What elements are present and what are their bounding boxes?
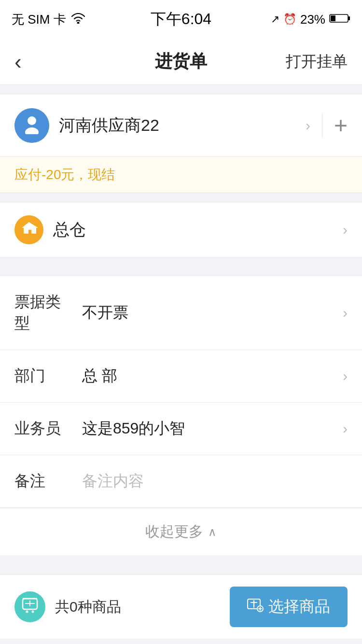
supplier-section: 河南供应商22 › + 应付-20元，现结 (0, 95, 362, 193)
house-icon (20, 220, 38, 239)
invoice-type-value: 不开票 (72, 302, 338, 323)
collapse-arrow-icon: ∧ (208, 525, 217, 539)
warehouse-section: 总仓 › (0, 203, 362, 257)
battery-text: 23% (300, 12, 325, 27)
svg-point-8 (32, 611, 34, 613)
warehouse-icon-bg (14, 215, 43, 244)
collapse-label: 收起更多 (145, 522, 203, 542)
salesperson-value: 这是859的小智 (72, 418, 338, 439)
svg-rect-1 (348, 16, 350, 20)
salesperson-chevron-icon: › (343, 420, 348, 437)
collapse-row[interactable]: 收起更多 ∧ (0, 508, 362, 555)
remark-row[interactable]: 备注 备注内容 (0, 455, 362, 508)
department-chevron-icon: › (343, 368, 348, 384)
select-product-icon (247, 598, 264, 616)
nav-title: 进货单 (155, 50, 207, 73)
product-count-label: 共0种商品 (55, 597, 230, 617)
bottom-bar: 共0种商品 选择商品 (0, 574, 362, 639)
form-section: 票据类型 不开票 › 部门 总 部 › 业务员 这是859的小智 › 备注 备注… (0, 276, 362, 555)
department-row[interactable]: 部门 总 部 › (0, 350, 362, 403)
supplier-name: 河南供应商22 (59, 114, 301, 137)
supplier-avatar (14, 108, 49, 143)
svg-point-4 (28, 116, 36, 125)
section-gap-2 (0, 193, 362, 203)
battery-icon (329, 12, 350, 27)
supplier-row[interactable]: 河南供应商22 › + (0, 95, 362, 157)
status-time: 下午6:04 (151, 9, 211, 30)
remark-input[interactable]: 备注内容 (72, 471, 348, 492)
invoice-type-label: 票据类型 (14, 292, 72, 334)
salesperson-row[interactable]: 业务员 这是859的小智 › (0, 403, 362, 455)
back-button[interactable]: ‹ (14, 50, 22, 74)
salesperson-label: 业务员 (14, 418, 72, 439)
section-gap-4 (0, 555, 362, 565)
status-right: ↗ ⏰ 23% (271, 12, 350, 27)
avatar-person-icon (21, 113, 42, 138)
supplier-divider (322, 113, 322, 138)
warehouse-name: 总仓 (53, 219, 338, 241)
invoice-type-chevron-icon: › (343, 305, 348, 321)
section-gap-1 (0, 85, 362, 95)
remark-label: 备注 (14, 471, 72, 492)
alarm-icon: ⏰ (283, 13, 296, 26)
supplier-chevron-icon: › (306, 117, 310, 134)
wifi-icon (71, 12, 85, 27)
open-pending-button[interactable]: 打开挂单 (286, 51, 348, 72)
location-icon: ↗ (271, 13, 279, 26)
page-container: 无 SIM 卡 下午6:04 ↗ ⏰ 23% (0, 0, 362, 644)
supplier-notice: 应付-20元，现结 (0, 157, 362, 193)
warehouse-row[interactable]: 总仓 › (0, 203, 362, 257)
warehouse-chevron-icon: › (343, 222, 348, 238)
department-label: 部门 (14, 365, 72, 387)
svg-rect-2 (331, 15, 335, 21)
select-product-button[interactable]: 选择商品 (230, 587, 348, 627)
status-left: 无 SIM 卡 (12, 11, 85, 28)
carrier-text: 无 SIM 卡 (12, 11, 66, 28)
cart-icon (21, 597, 39, 617)
department-value: 总 部 (72, 365, 338, 387)
add-supplier-button[interactable]: + (334, 114, 348, 137)
section-gap-3 (0, 257, 362, 266)
nav-bar: ‹ 进货单 打开挂单 (0, 39, 362, 85)
status-bar: 无 SIM 卡 下午6:04 ↗ ⏰ 23% (0, 0, 362, 39)
svg-point-7 (26, 611, 28, 613)
invoice-type-row[interactable]: 票据类型 不开票 › (0, 276, 362, 350)
product-icon-bg (14, 591, 45, 622)
select-product-label: 选择商品 (268, 596, 330, 617)
